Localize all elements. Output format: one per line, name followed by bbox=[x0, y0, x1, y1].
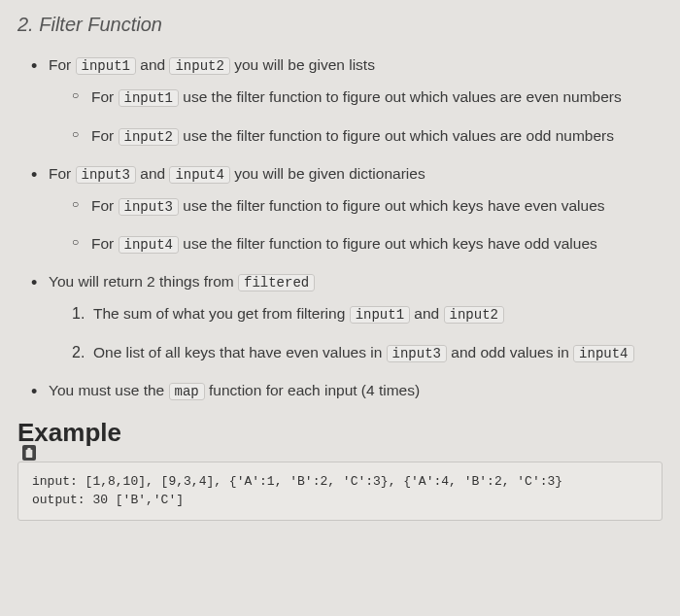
code-block-wrap: input: [1,8,10], [9,3,4], {'A':1, 'B':2,… bbox=[17, 462, 663, 521]
section-title: 2. Filter Function bbox=[17, 14, 663, 36]
text: One list of all keys that have even valu… bbox=[93, 344, 387, 360]
text: use the filter function to figure out wh… bbox=[179, 88, 622, 105]
code-input3: input3 bbox=[387, 345, 447, 362]
sub-bullet-2: For input2 use the filter function to fi… bbox=[72, 123, 663, 149]
code-input3: input3 bbox=[76, 166, 136, 184]
code-input1: input1 bbox=[119, 89, 179, 107]
sub-list: For input1 use the filter function to fi… bbox=[49, 85, 663, 149]
text: and bbox=[136, 56, 169, 73]
code-input1: input1 bbox=[350, 306, 410, 324]
text: For bbox=[49, 165, 76, 182]
text: use the filter function to figure out wh… bbox=[179, 197, 605, 214]
text: you will be given dictionaries bbox=[230, 165, 425, 182]
code-filtered: filtered bbox=[238, 274, 315, 291]
text: You will return 2 things from bbox=[49, 273, 238, 290]
bullet-item-1: For input1 and input2 you will be given … bbox=[31, 53, 663, 149]
svg-rect-1 bbox=[27, 448, 30, 451]
code-input2: input2 bbox=[119, 128, 179, 146]
ordered-list: The sum of what you get from filtering i… bbox=[49, 301, 663, 365]
text: and bbox=[410, 305, 443, 322]
text: For bbox=[91, 235, 119, 252]
text: For bbox=[91, 197, 119, 214]
bullet-item-4: You must use the map function for each i… bbox=[31, 379, 663, 402]
code-input3: input3 bbox=[119, 198, 179, 216]
sub-bullet-1: For input3 use the filter function to fi… bbox=[72, 193, 663, 219]
text: For bbox=[49, 56, 76, 73]
main-list: For input1 and input2 you will be given … bbox=[17, 53, 663, 402]
text: The sum of what you get from filtering bbox=[93, 305, 350, 322]
ord-item-2: One list of all keys that have even valu… bbox=[72, 340, 663, 365]
text: function for each input (4 times) bbox=[205, 382, 420, 398]
bullet-item-2: For input3 and input4 you will be given … bbox=[31, 162, 663, 257]
text: and bbox=[136, 165, 169, 182]
code-input1: input1 bbox=[76, 57, 136, 75]
code-input4: input4 bbox=[169, 166, 229, 184]
code-block: input: [1,8,10], [9,3,4], {'A':1, 'B':2,… bbox=[32, 472, 648, 510]
code-input4: input4 bbox=[119, 236, 179, 254]
text: use the filter function to figure out wh… bbox=[179, 127, 614, 144]
text: You must use the bbox=[49, 382, 169, 398]
ord-item-1: The sum of what you get from filtering i… bbox=[72, 301, 663, 326]
sub-bullet-2: For input4 use the filter function to fi… bbox=[72, 231, 663, 257]
sub-bullet-1: For input1 use the filter function to fi… bbox=[72, 85, 663, 110]
code-input4: input4 bbox=[573, 345, 633, 362]
code-input2: input2 bbox=[444, 306, 504, 324]
clipboard-icon[interactable] bbox=[22, 445, 36, 461]
text: For bbox=[91, 88, 119, 105]
text: and odd values in bbox=[447, 344, 573, 360]
example-heading: Example bbox=[17, 418, 663, 448]
sub-list: For input3 use the filter function to fi… bbox=[49, 193, 663, 257]
svg-rect-0 bbox=[26, 449, 33, 457]
code-input2: input2 bbox=[169, 57, 229, 75]
code-map: map bbox=[169, 383, 205, 400]
bullet-item-3: You will return 2 things from filtered T… bbox=[31, 270, 663, 365]
text: you will be given lists bbox=[230, 56, 375, 73]
text: For bbox=[91, 127, 119, 144]
text: use the filter function to figure out wh… bbox=[179, 235, 597, 252]
